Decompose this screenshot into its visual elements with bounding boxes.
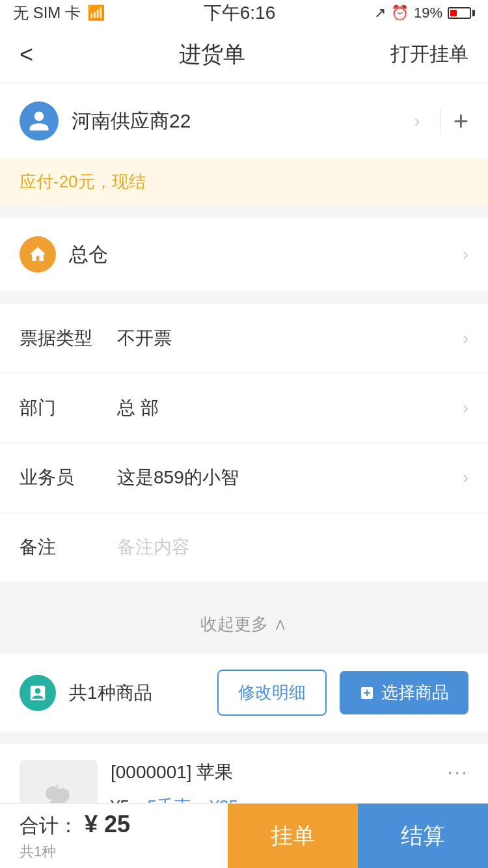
payment-warning: 应付-20元，现结 (0, 159, 488, 205)
remark-row[interactable]: 备注 备注内容 (0, 513, 488, 582)
edit-detail-button[interactable]: 修改明细 (217, 670, 327, 716)
product-code: [0000001] (111, 762, 192, 782)
warehouse-name: 总仓 (69, 241, 463, 268)
status-time: 下午6:16 (204, 1, 276, 25)
status-right: ↗ ⏰ 19% (374, 5, 475, 21)
battery-icon (448, 7, 475, 19)
product-count: 共1种商品 (69, 681, 204, 705)
total-section: 合计： ¥ 25 共1种 (0, 804, 228, 868)
warehouse-chevron-icon: › (463, 244, 468, 265)
product-name: [0000001] 苹果 (111, 760, 434, 785)
invoice-type-label: 票据类型 (20, 326, 98, 351)
nav-bar: < 进货单 打开挂单 (0, 26, 488, 83)
dept-chevron-icon: › (463, 398, 468, 418)
supplier-section: 河南供应商22 › + 应付-20元，现结 (0, 83, 488, 205)
product-icon (20, 675, 56, 711)
supplier-chevron-icon: › (414, 111, 420, 131)
divider (440, 108, 441, 134)
checkout-button[interactable]: 结算 (358, 804, 488, 868)
status-bar: 无 SIM 卡 📶 下午6:16 ↗ ⏰ 19% (0, 0, 488, 26)
back-button[interactable]: < (20, 41, 33, 68)
total-amount: ¥ 25 (85, 811, 130, 838)
warehouse-row[interactable]: 总仓 › (0, 218, 488, 291)
salesperson-label: 业务员 (20, 465, 98, 490)
alarm-icon: ⏰ (391, 5, 409, 21)
invoice-chevron-icon: › (463, 328, 468, 349)
total-row: 合计： ¥ 25 (20, 811, 208, 839)
select-product-button[interactable]: 选择商品 (340, 671, 468, 714)
add-supplier-button[interactable]: + (454, 107, 468, 136)
salesperson-row[interactable]: 业务员 这是859的小智 › (0, 443, 488, 513)
form-section: 票据类型 不开票 › 部门 总 部 › 业务员 这是859的小智 › 备注 备注… (0, 304, 488, 582)
open-pending-button[interactable]: 打开挂单 (390, 41, 468, 68)
salesperson-chevron-icon: › (463, 467, 468, 488)
warehouse-section: 总仓 › (0, 218, 488, 291)
remark-input[interactable]: 备注内容 (117, 535, 468, 560)
supplier-name: 河南供应商22 (72, 108, 414, 135)
status-left: 无 SIM 卡 📶 (13, 3, 105, 23)
battery-percent: 19% (414, 5, 442, 21)
bottom-bar: 合计： ¥ 25 共1种 挂单 结算 (0, 803, 488, 868)
wifi-icon: 📶 (87, 5, 105, 21)
dept-row[interactable]: 部门 总 部 › (0, 373, 488, 443)
warehouse-icon (20, 236, 56, 273)
total-label: 合计： (20, 813, 78, 839)
product-header: 共1种商品 修改明细 选择商品 (0, 654, 488, 731)
dept-label: 部门 (20, 396, 98, 420)
location-icon: ↗ (374, 5, 386, 21)
select-product-label: 选择商品 (381, 681, 449, 704)
product-more-button[interactable]: ··· (447, 760, 468, 784)
supplier-avatar (20, 102, 59, 141)
supplier-row[interactable]: 河南供应商22 › + (0, 83, 488, 159)
page-title: 进货单 (179, 40, 245, 70)
invoice-type-value: 不开票 (117, 326, 463, 351)
dept-value: 总 部 (117, 396, 463, 420)
hang-button[interactable]: 挂单 (228, 804, 358, 868)
remark-label: 备注 (20, 535, 98, 560)
collapse-bar[interactable]: 收起更多 ∧ (0, 595, 488, 654)
total-sub: 共1种 (20, 842, 208, 861)
product-title: 苹果 (197, 762, 233, 782)
sim-label: 无 SIM 卡 (13, 3, 81, 23)
salesperson-value: 这是859的小智 (117, 465, 463, 490)
invoice-type-row[interactable]: 票据类型 不开票 › (0, 304, 488, 373)
